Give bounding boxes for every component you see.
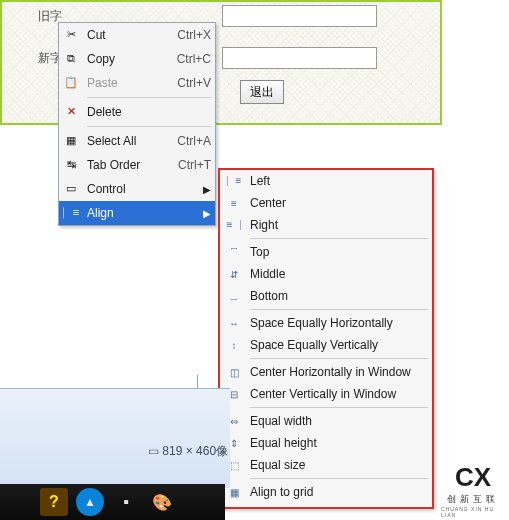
dimensions-text: 819 × 460像 [162,444,228,458]
cut-icon: ✂ [63,26,79,42]
center-horiz-window-label: Center Horizontally in Window [250,365,411,379]
space-vert-icon: ↕ [226,337,242,353]
align-icon: ⎸≡ [63,204,79,220]
taskbar: ? ▲ ▪ 🎨 [0,484,225,520]
align-top-label: Top [250,245,269,259]
menu-taborder-label: Tab Order [87,158,140,172]
menu-selall-shortcut: Ctrl+A [177,134,211,148]
menu-align[interactable]: ⎸≡ Align ▶ [59,201,215,225]
align-right-icon: ≡⎹ [226,217,242,233]
menu-separator [250,478,428,479]
menu-tab-order[interactable]: ↹ Tab Order Ctrl+T [59,153,215,177]
equal-height[interactable]: ⇕ Equal height [220,432,432,454]
menu-separator [87,97,211,98]
copy-icon: ⧉ [63,50,79,66]
align-left-icon: ⎸≡ [226,173,242,189]
align-left-label: Left [250,174,270,188]
space-eq-vert[interactable]: ↕ Space Equally Vertically [220,334,432,356]
dimensions-icon: ▭ [148,444,162,458]
equal-width-label: Equal width [250,414,312,428]
menu-cut-shortcut: Ctrl+X [177,28,211,42]
menu-paste-label: Paste [87,76,118,90]
paste-icon: 📋 [63,74,79,90]
menu-align-label: Align [87,206,114,220]
equal-height-label: Equal height [250,436,317,450]
align-center-label: Center [250,196,286,210]
delete-icon: ✕ [63,103,79,119]
menu-delete[interactable]: ✕ Delete [59,100,215,124]
align-top-icon: ⎴ [226,244,242,260]
menu-separator [87,126,211,127]
align-to-grid-label: Align to grid [250,485,313,499]
equal-width[interactable]: ⇔ Equal width [220,410,432,432]
menu-paste: 📋 Paste Ctrl+V [59,71,215,95]
tab-order-icon: ↹ [63,156,79,172]
chevron-right-icon: ▶ [203,208,211,219]
menu-copy-shortcut: Ctrl+C [177,52,211,66]
menu-separator [250,238,428,239]
align-right-label: Right [250,218,278,232]
align-middle-label: Middle [250,267,285,281]
menu-separator [250,309,428,310]
space-eq-horiz-label: Space Equally Horizontally [250,316,393,330]
brand-logo: CX 创新互联 CHUANG XIN HU LIAN [441,462,505,518]
context-menu: ✂ Cut Ctrl+X ⧉ Copy Ctrl+C 📋 Paste Ctrl+… [58,22,216,226]
align-middle[interactable]: ⇵ Middle [220,263,432,285]
menu-select-all[interactable]: ▦ Select All Ctrl+A [59,129,215,153]
dimensions-readout: ▭ 819 × 460像 [148,443,228,460]
select-all-icon: ▦ [63,132,79,148]
align-bottom-icon: ⎵ [226,288,242,304]
center-vert-window[interactable]: ⊟ Center Vertically in Window [220,383,432,405]
align-middle-icon: ⇵ [226,266,242,282]
exit-button[interactable]: 退出 [240,80,284,104]
align-right[interactable]: ≡⎹ Right [220,214,432,236]
equal-size-label: Equal size [250,458,305,472]
selection-marker [197,375,217,389]
input-old-char[interactable] [222,5,377,27]
align-bottom[interactable]: ⎵ Bottom [220,285,432,307]
menu-cut[interactable]: ✂ Cut Ctrl+X [59,23,215,47]
menu-delete-label: Delete [87,105,122,119]
menu-copy[interactable]: ⧉ Copy Ctrl+C [59,47,215,71]
menu-separator [250,358,428,359]
logo-cn: 创新互联 [447,493,499,506]
center-horiz-window-icon: ◫ [226,364,242,380]
align-center[interactable]: ≡ Center [220,192,432,214]
logo-py: CHUANG XIN HU LIAN [441,506,505,518]
menu-control-label: Control [87,182,126,196]
equal-size[interactable]: ⬚ Equal size [220,454,432,476]
control-icon: ▭ [63,180,79,196]
input-new-char[interactable] [222,47,377,69]
menu-selall-label: Select All [87,134,136,148]
menu-separator [250,407,428,408]
menu-taborder-shortcut: Ctrl+T [178,158,211,172]
taskbar-help-icon[interactable]: ? [40,488,68,516]
menu-control[interactable]: ▭ Control ▶ [59,177,215,201]
align-left[interactable]: ⎸≡ Left [220,170,432,192]
space-horiz-icon: ↔ [226,315,242,331]
chevron-right-icon: ▶ [203,184,211,195]
align-bottom-label: Bottom [250,289,288,303]
align-to-grid[interactable]: ▦ Align to grid [220,481,432,503]
center-horiz-window[interactable]: ◫ Center Horizontally in Window [220,361,432,383]
status-bar [0,388,230,488]
taskbar-paint-icon[interactable]: 🎨 [148,488,176,516]
taskbar-app-icon[interactable]: ▲ [76,488,104,516]
space-eq-vert-label: Space Equally Vertically [250,338,378,352]
space-eq-horiz[interactable]: ↔ Space Equally Horizontally [220,312,432,334]
logo-mark: CX [455,462,491,493]
center-vert-window-label: Center Vertically in Window [250,387,396,401]
menu-copy-label: Copy [87,52,115,66]
menu-paste-shortcut: Ctrl+V [177,76,211,90]
menu-cut-label: Cut [87,28,106,42]
align-center-icon: ≡ [226,195,242,211]
align-submenu: ⎸≡ Left ≡ Center ≡⎹ Right ⎴ Top ⇵ Middle… [218,168,434,509]
taskbar-terminal-icon[interactable]: ▪ [112,488,140,516]
align-top[interactable]: ⎴ Top [220,241,432,263]
